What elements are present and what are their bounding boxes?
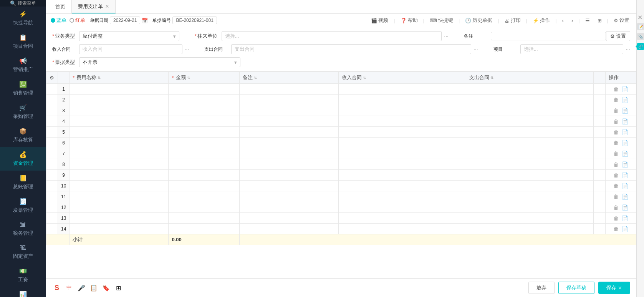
row-expense-name-cell[interactable] (70, 138, 169, 148)
row-expense-contract-cell[interactable] (466, 181, 593, 191)
row-amount-cell[interactable] (169, 170, 239, 181)
row-income-contract-cell[interactable] (338, 116, 466, 127)
remark-input[interactable] (491, 32, 606, 40)
row-remark-cell[interactable] (239, 191, 338, 202)
row-amount-cell[interactable] (169, 95, 239, 105)
row-income-contract-cell[interactable] (338, 191, 466, 202)
video-btn[interactable]: 🎬 视频 (369, 16, 391, 25)
sidebar-item-assets[interactable]: 🏗 固定资产 (0, 241, 46, 264)
row-expense-contract-cell[interactable] (466, 202, 593, 213)
row-expense-contract-cell[interactable] (466, 105, 593, 116)
row-amount-cell[interactable] (169, 224, 239, 234)
row-amount-cell[interactable] (169, 105, 239, 116)
row-amount-cell[interactable] (169, 127, 239, 138)
mic-icon[interactable]: 🎤 (77, 283, 86, 292)
row-amount-cell[interactable] (169, 202, 239, 213)
row-amount-cell[interactable] (169, 213, 239, 224)
sidebar-item-tax[interactable]: 🏛 税务管理 (0, 217, 46, 241)
side-attachment-icon[interactable]: 📎 (637, 33, 644, 40)
row-expense-name-cell[interactable] (70, 148, 169, 159)
sidebar-item-quick[interactable]: ⚡ 快捷导航 (0, 7, 46, 30)
row-remark-cell[interactable] (239, 170, 338, 181)
save-draft-button[interactable]: 保存草稿 (558, 282, 594, 294)
row-expense-contract-cell[interactable] (466, 138, 593, 148)
copy-row-icon[interactable]: 📄 (622, 118, 628, 124)
save-button[interactable]: 保存 ∨ (598, 282, 630, 294)
list-view-btn[interactable]: ☰ (583, 17, 592, 24)
bill-num-value[interactable]: BE-20220921-001 (172, 17, 217, 24)
row-remark-cell[interactable] (239, 181, 338, 191)
delete-row-icon[interactable]: 🗑 (613, 140, 619, 146)
sidebar-item-purchase[interactable]: 🛒 采购管理 (0, 100, 46, 124)
abandon-button[interactable]: 放弃 (528, 282, 555, 294)
red-bill-radio[interactable]: 红单 (70, 17, 85, 24)
income-more-icon[interactable]: ··· (185, 46, 189, 52)
tab-expense[interactable]: 费用支出单 ✕ (72, 0, 116, 13)
row-expense-contract-cell[interactable] (466, 95, 593, 105)
copy-row-icon[interactable]: 📄 (622, 204, 628, 211)
col-remark-header[interactable]: 备注 ⇅ (239, 72, 338, 84)
copy-row-icon[interactable]: 📄 (622, 194, 628, 200)
side-note-icon[interactable]: 📝 (637, 23, 644, 30)
date-value[interactable]: 2022-09-21 (110, 17, 140, 24)
delete-row-icon[interactable]: 🗑 (613, 97, 619, 103)
tab-close-icon[interactable]: ✕ (105, 4, 109, 9)
expense-contract-select[interactable]: 支出合同 (231, 44, 471, 54)
row-income-contract-cell[interactable] (338, 224, 466, 234)
sidebar-item-sales[interactable]: 💹 销售管理 (0, 77, 46, 100)
row-remark-cell[interactable] (239, 116, 338, 127)
delete-row-icon[interactable]: 🗑 (613, 129, 619, 135)
grid-icon[interactable]: ⊞ (114, 283, 123, 292)
bookmark-icon[interactable]: 🔖 (101, 283, 111, 292)
col-income-contract-header[interactable]: 收入合同 ⇅ (338, 72, 466, 84)
row-amount-cell[interactable] (169, 181, 239, 191)
row-remark-cell[interactable] (239, 224, 338, 234)
business-type-select[interactable]: 应付调整 ▾ (79, 31, 179, 41)
row-remark-cell[interactable] (239, 84, 338, 95)
row-remark-cell[interactable] (239, 105, 338, 116)
sort-icon-3[interactable]: ⇅ (254, 76, 257, 80)
nav-prev-btn[interactable]: ‹ (560, 17, 566, 24)
settings-btn[interactable]: ⚙ 设置 (611, 16, 632, 25)
delete-row-icon[interactable]: 🗑 (613, 86, 619, 92)
row-income-contract-cell[interactable] (338, 213, 466, 224)
copy-row-icon[interactable]: 📄 (622, 215, 628, 221)
row-expense-name-cell[interactable] (70, 224, 169, 234)
row-income-contract-cell[interactable] (338, 181, 466, 191)
sidebar-item-inventory[interactable]: 📦 库存核算 (0, 124, 46, 147)
row-income-contract-cell[interactable] (338, 95, 466, 105)
sidebar-item-capital[interactable]: 💰 资金管理 (0, 147, 46, 171)
side-green-icon[interactable]: 🔗 (637, 43, 644, 50)
sort-icon-5[interactable]: ⇅ (490, 76, 493, 80)
sort-icon-2[interactable]: ⇅ (187, 76, 190, 80)
sort-icon-1[interactable]: ⇅ (98, 76, 101, 80)
sidebar-item-invoice[interactable]: 🧾 发票管理 (0, 194, 46, 217)
row-expense-name-cell[interactable] (70, 191, 169, 202)
row-expense-name-cell[interactable] (70, 116, 169, 127)
copy-row-icon[interactable]: 📄 (622, 172, 628, 178)
row-income-contract-cell[interactable] (338, 127, 466, 138)
row-expense-contract-cell[interactable] (466, 84, 593, 95)
copy-row-icon[interactable]: 📄 (622, 183, 628, 189)
row-expense-contract-cell[interactable] (466, 148, 593, 159)
delete-row-icon[interactable]: 🗑 (613, 183, 619, 189)
row-remark-cell[interactable] (239, 213, 338, 224)
history-btn[interactable]: 🕐 历史单据 (463, 16, 495, 25)
row-expense-name-cell[interactable] (70, 202, 169, 213)
copy-row-icon[interactable]: 📄 (622, 97, 628, 103)
invoice-type-select[interactable]: 不开票 ▾ (79, 57, 240, 67)
delete-row-icon[interactable]: 🗑 (613, 204, 619, 211)
row-remark-cell[interactable] (239, 138, 338, 148)
row-expense-contract-cell[interactable] (466, 127, 593, 138)
row-expense-contract-cell[interactable] (466, 224, 593, 234)
operation-btn[interactable]: ⚡ 操作 (530, 16, 552, 25)
grid-view-btn[interactable]: ⊞ (595, 17, 604, 24)
row-income-contract-cell[interactable] (338, 138, 466, 148)
col-expense-name-header[interactable]: * 费用名称 ⇅ (70, 72, 169, 84)
row-remark-cell[interactable] (239, 127, 338, 138)
row-income-contract-cell[interactable] (338, 105, 466, 116)
row-remark-cell[interactable] (239, 148, 338, 159)
col-amount-header[interactable]: * 金额 ⇅ (169, 72, 239, 84)
row-amount-cell[interactable] (169, 84, 239, 95)
nav-next-btn[interactable]: › (569, 17, 575, 24)
